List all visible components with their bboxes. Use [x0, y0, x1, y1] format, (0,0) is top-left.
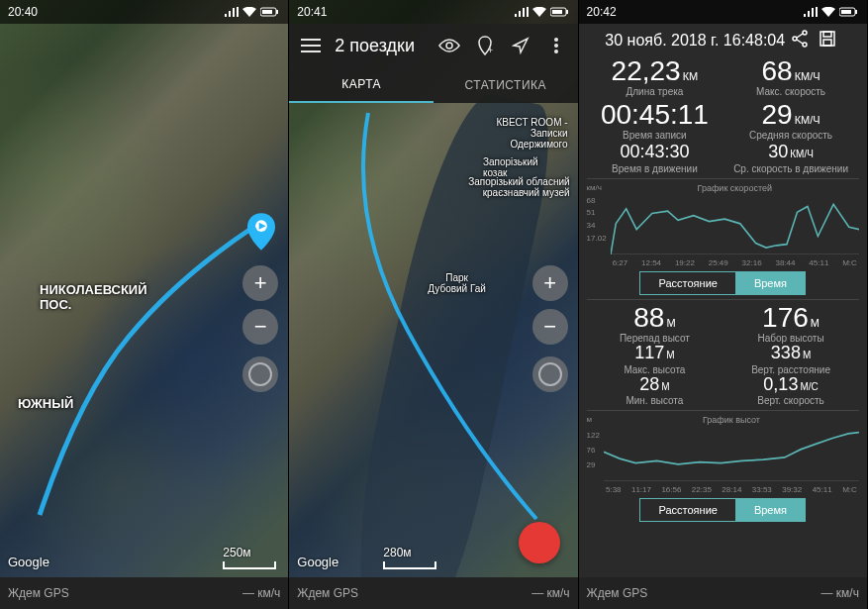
- overflow-menu-icon[interactable]: [544, 34, 568, 57]
- map-scale: 250м: [223, 546, 276, 569]
- battery-icon: [260, 7, 280, 17]
- add-pin-icon[interactable]: +: [473, 34, 497, 57]
- toggle-time-button[interactable]: Время: [735, 271, 806, 295]
- clock: 20:42: [587, 5, 617, 19]
- save-icon[interactable]: [819, 30, 840, 51]
- zoom-out-button[interactable]: −: [532, 309, 568, 345]
- clock: 20:40: [8, 5, 38, 19]
- svg-rect-17: [841, 10, 851, 14]
- svg-point-20: [803, 43, 807, 47]
- bottom-status-bar: Ждем GPS — км/ч: [0, 577, 288, 609]
- speed-readout: — км/ч: [242, 586, 280, 600]
- clock: 20:41: [297, 5, 327, 19]
- chart-toggle-1: Расстояние Время: [587, 271, 859, 295]
- status-icons: [515, 7, 570, 17]
- wifi-icon: [821, 7, 835, 17]
- toggle-distance-button-2[interactable]: Расстояние: [639, 498, 734, 522]
- status-icons: [225, 7, 280, 17]
- phone-screen-2: 20:41 2 поездки + КАРТА СТАТИСТИКА КВЕСТ…: [289, 0, 578, 609]
- svg-rect-22: [823, 32, 831, 37]
- tab-statistics[interactable]: СТАТИСТИКА: [434, 67, 578, 103]
- toggle-distance-button[interactable]: Расстояние: [639, 271, 734, 295]
- svg-point-18: [803, 31, 807, 35]
- bottom-status-bar: Ждем GPS — км/ч: [289, 577, 577, 609]
- svg-rect-7: [301, 39, 321, 41]
- track-date: 30 нояб. 2018 г. 16:48:04: [605, 32, 785, 50]
- stat-avgspeed: 29КМ/Ч Средняя скорость 30КМ/Ч Ср. скоро…: [723, 101, 859, 174]
- svg-point-12: [554, 38, 558, 42]
- battery-icon: [550, 7, 570, 17]
- share-icon[interactable]: [791, 30, 813, 51]
- svg-rect-6: [552, 10, 562, 14]
- signal-icon: [804, 7, 818, 17]
- svg-rect-9: [301, 51, 321, 52]
- bottom-status-bar: Ждем GPS — км/ч: [579, 577, 867, 609]
- gps-status: Ждем GPS: [587, 586, 648, 600]
- stats-panel: 30 нояб. 2018 г. 16:48:04 22,23КМ Длина …: [579, 24, 867, 577]
- svg-rect-2: [262, 10, 272, 14]
- google-attribution: Google: [8, 555, 49, 569]
- app-header: 2 поездки + КАРТА СТАТИСТИКА: [289, 24, 577, 103]
- phone-screen-3: 20:42 30 нояб. 2018 г. 16:48:04 22,23КМ …: [579, 0, 868, 609]
- wifi-icon: [242, 7, 256, 17]
- zoom-in-button[interactable]: +: [532, 265, 568, 301]
- svg-point-19: [793, 37, 797, 41]
- chart-toggle-2: Расстояние Время: [587, 498, 859, 522]
- speed-readout: — км/ч: [531, 586, 569, 600]
- svg-rect-16: [855, 10, 857, 14]
- signal-icon: [515, 7, 529, 17]
- visibility-icon[interactable]: [437, 34, 461, 57]
- stat-rectime: 00:45:11 Время записи 00:43:30 Время в д…: [587, 101, 723, 174]
- svg-text:+: +: [488, 46, 493, 55]
- location-pin-icon[interactable]: [247, 213, 275, 254]
- gps-status: Ждем GPS: [297, 586, 358, 600]
- svg-rect-8: [301, 45, 321, 47]
- header-title: 2 поездки: [335, 36, 425, 56]
- speed-readout: — км/ч: [820, 586, 858, 600]
- svg-point-14: [554, 50, 558, 53]
- stat-elevrange: 88М Перепад высот 117М Макс. высота 28М …: [587, 304, 723, 407]
- svg-rect-1: [276, 10, 278, 14]
- svg-rect-21: [820, 32, 834, 46]
- compass-button[interactable]: [532, 356, 568, 392]
- svg-point-13: [554, 44, 558, 48]
- battery-icon: [839, 7, 859, 17]
- map-satellite[interactable]: [0, 0, 288, 609]
- stat-maxspeed: 68КМ/Ч Макс. скорость: [723, 57, 859, 97]
- status-bar: 20:41: [289, 0, 577, 24]
- svg-rect-5: [566, 10, 568, 14]
- tab-map[interactable]: КАРТА: [289, 67, 434, 103]
- status-bar: 20:40: [0, 0, 288, 24]
- toggle-time-button-2[interactable]: Время: [735, 498, 806, 522]
- stat-elevgain: 176М Набор высоты 338М Верт. расстояние …: [723, 304, 859, 407]
- status-bar: 20:42: [579, 0, 867, 24]
- gps-status: Ждем GPS: [8, 586, 69, 600]
- svg-point-10: [446, 43, 452, 49]
- google-attribution: Google: [297, 555, 338, 569]
- map-scale: 280м: [383, 546, 436, 569]
- phone-screen-1: 20:40 НИКОЛАЕВСКИЙ ПОС. ЮЖНЫЙ + − Google…: [0, 0, 289, 609]
- tabs: КАРТА СТАТИСТИКА: [289, 67, 577, 103]
- signal-icon: [225, 7, 239, 17]
- speed-chart: км/ч 68 51 34 17.02 График скоростей 6:2…: [587, 183, 859, 267]
- record-button[interactable]: [519, 522, 560, 563]
- menu-icon[interactable]: [299, 34, 323, 57]
- stat-distance: 22,23КМ Длина трека: [587, 57, 723, 97]
- status-icons: [804, 7, 859, 17]
- wifi-icon: [532, 7, 546, 17]
- svg-rect-23: [823, 40, 831, 46]
- location-arrow-icon[interactable]: [509, 34, 532, 57]
- altitude-chart: м 122 76 29 График высот 5:3811:1716:562…: [587, 415, 859, 494]
